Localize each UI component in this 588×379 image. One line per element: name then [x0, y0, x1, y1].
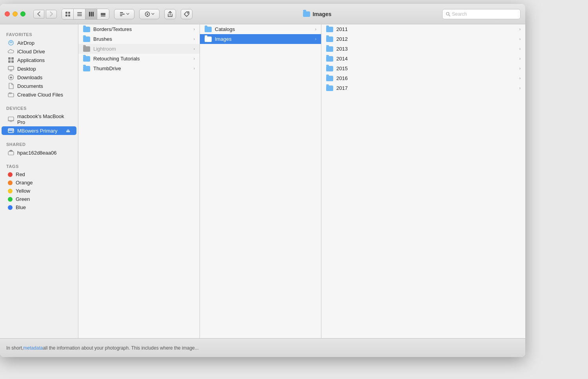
close-button[interactable] — [5, 11, 10, 16]
col3-item-2014[interactable]: 2014 › — [321, 54, 525, 64]
back-button[interactable] — [33, 10, 44, 18]
sidebar-item-macbook[interactable]: macbook's MacBook Pro — [2, 112, 76, 126]
airdrop-icon — [8, 40, 14, 46]
airdrop-label: AirDrop — [17, 40, 34, 46]
svg-rect-33 — [8, 129, 14, 133]
col3-item-2017[interactable]: 2017 › — [321, 83, 525, 93]
downloads-label: Downloads — [17, 75, 42, 80]
list-view-button[interactable] — [74, 9, 85, 19]
col2-item-catalogs[interactable]: Catalogs › — [200, 24, 321, 34]
sidebar-item-desktop[interactable]: Desktop — [2, 64, 76, 73]
year-2016-label: 2016 — [336, 75, 348, 81]
action-button[interactable] — [139, 9, 160, 19]
sidebar-item-airdrop[interactable]: AirDrop — [2, 38, 76, 47]
svg-rect-25 — [11, 57, 14, 60]
window-title-text: Images — [312, 11, 331, 17]
images-label: Images — [215, 36, 232, 42]
col3-item-2013[interactable]: 2013 › — [321, 44, 525, 54]
search-bar[interactable]: Search — [442, 9, 521, 19]
col3-item-2011[interactable]: 2011 › — [321, 24, 525, 34]
mbowers-label: MBowers Primary — [17, 128, 58, 134]
chevron-borders: › — [194, 27, 195, 31]
bottom-text-suffix: all the information about your photograp… — [43, 345, 198, 351]
maximize-button[interactable] — [20, 11, 25, 16]
chevron-2016: › — [519, 76, 521, 80]
folder-thumbdrive-icon — [83, 66, 90, 71]
folder-2012-icon — [326, 36, 333, 42]
sidebar-item-applications[interactable]: Applications — [2, 56, 76, 64]
titlebar: Images Search — [0, 4, 525, 24]
column-2: Catalogs › Images › — [200, 24, 321, 338]
sidebar-item-tag-red[interactable]: Red — [2, 170, 76, 179]
sidebar-item-icloud[interactable]: iCloud Drive — [2, 47, 76, 56]
chevron-2014: › — [519, 56, 521, 61]
svg-rect-14 — [120, 15, 122, 16]
yellow-dot — [8, 189, 13, 193]
col3-item-2015[interactable]: 2015 › — [321, 64, 525, 73]
red-dot — [8, 172, 13, 177]
devices-header: Devices — [0, 103, 78, 112]
tag-button[interactable] — [181, 9, 192, 19]
applications-label: Applications — [17, 57, 45, 63]
svg-point-35 — [12, 131, 13, 132]
sidebar-item-tag-green[interactable]: Green — [2, 195, 76, 203]
finder-window: Images Search Favorites AirDrop — [0, 4, 525, 357]
col3-item-2016[interactable]: 2016 › — [321, 73, 525, 83]
sidebar-item-documents[interactable]: Documents — [2, 82, 76, 90]
icloud-label: iCloud Drive — [17, 49, 45, 55]
svg-point-20 — [446, 12, 449, 15]
sidebar-item-hpac[interactable]: hpac162d8eaa06 — [2, 148, 76, 157]
svg-rect-24 — [8, 57, 11, 60]
folder-2017-icon — [326, 86, 333, 91]
favorites-header: Favorites — [0, 29, 78, 38]
svg-rect-13 — [120, 14, 125, 15]
chevron-2011: › — [519, 27, 521, 31]
sidebar-item-tag-yellow[interactable]: Yellow — [2, 187, 76, 195]
desktop-label: Desktop — [17, 66, 36, 72]
folder-brushes-icon — [83, 36, 90, 42]
catalogs-label: Catalogs — [215, 26, 235, 32]
icon-view-button[interactable] — [62, 9, 74, 19]
col1-item-retouching[interactable]: Retouching Tutorials › — [78, 54, 200, 64]
group-by-button[interactable] — [114, 9, 134, 19]
col1-item-thumbdrive[interactable]: ThumbDrive › — [78, 64, 200, 73]
folder-2016-icon — [326, 76, 333, 81]
hpac-label: hpac162d8eaa06 — [17, 150, 57, 156]
drive-icon — [8, 128, 14, 134]
sidebar-item-tag-orange[interactable]: Orange — [2, 179, 76, 187]
share-button[interactable] — [164, 9, 176, 19]
eject-icon[interactable]: ⏏ — [66, 128, 70, 133]
folder-borders-icon — [83, 27, 90, 32]
col1-item-lightroom[interactable]: Lightroom › — [78, 44, 200, 54]
cover-flow-button[interactable] — [97, 9, 109, 19]
sidebar-item-mbowers[interactable]: MBowers Primary ⏏ — [2, 126, 76, 135]
green-label: Green — [16, 196, 30, 202]
bottom-bar-link[interactable]: metadata — [23, 345, 43, 351]
col3-item-2012[interactable]: 2012 › — [321, 34, 525, 44]
forward-button[interactable] — [46, 10, 57, 18]
chevron-2013: › — [519, 47, 521, 51]
year-2014-label: 2014 — [336, 56, 348, 62]
column-view-button[interactable] — [85, 9, 97, 19]
svg-point-19 — [187, 12, 189, 13]
columns-area: Borders/Textures › Brushes › Lightroom ›… — [78, 24, 525, 338]
col2-item-images[interactable]: Images › — [200, 34, 321, 44]
chevron-2017: › — [519, 86, 521, 90]
applications-icon — [8, 57, 14, 63]
chevron-brushes: › — [194, 37, 195, 41]
green-dot — [8, 197, 13, 202]
sidebar-item-tag-blue[interactable]: Blue — [2, 203, 76, 211]
col1-item-borders[interactable]: Borders/Textures › — [78, 24, 200, 34]
svg-point-23 — [11, 42, 12, 44]
documents-label: Documents — [17, 83, 43, 89]
sidebar-item-downloads[interactable]: Downloads — [2, 73, 76, 82]
year-2017-label: 2017 — [336, 85, 348, 91]
minimize-button[interactable] — [13, 11, 18, 16]
svg-rect-32 — [8, 117, 14, 120]
column-1: Borders/Textures › Brushes › Lightroom ›… — [78, 24, 200, 338]
svg-rect-28 — [8, 66, 14, 70]
documents-icon — [8, 83, 14, 89]
svg-rect-11 — [101, 16, 105, 16]
col1-item-brushes[interactable]: Brushes › — [78, 34, 200, 44]
sidebar-item-creative-cloud[interactable]: Creative Cloud Files — [2, 90, 76, 99]
